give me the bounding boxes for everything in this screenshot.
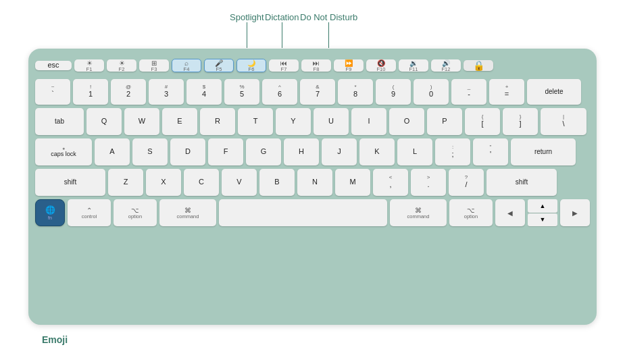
shift-row: shift Z X C V B N M < , > . ? / shift	[35, 169, 590, 196]
dnd-label-group: Do Not Disturb	[300, 12, 357, 48]
key-equals[interactable]: + =	[489, 79, 524, 105]
key-arrow-up[interactable]: ▲	[528, 199, 557, 213]
key-comma[interactable]: < ,	[373, 169, 408, 196]
key-option-left[interactable]: ⌥ option	[114, 199, 157, 226]
key-l[interactable]: L	[397, 138, 432, 165]
dnd-line	[328, 22, 329, 48]
key-f5[interactable]: 🎤 F5	[204, 59, 234, 73]
key-f9[interactable]: ⏩ F9	[334, 59, 364, 72]
key-rbracket[interactable]: } ]	[503, 108, 538, 135]
key-shift-right[interactable]: shift	[486, 169, 557, 196]
key-t[interactable]: T	[238, 108, 273, 135]
key-fn[interactable]: 🌐 fn	[35, 199, 65, 226]
key-touchid[interactable]: 🔒	[464, 60, 493, 71]
key-n[interactable]: N	[297, 169, 332, 196]
key-5[interactable]: % 5	[224, 79, 259, 105]
key-space[interactable]	[219, 199, 387, 226]
key-x[interactable]: X	[146, 169, 181, 196]
dictation-label-group: Dictation	[265, 12, 299, 48]
bottom-row: 🌐 fn ⌃ control ⌥ option ⌘ command ⌘ comm…	[35, 199, 590, 226]
key-7[interactable]: & 7	[300, 79, 335, 105]
key-o[interactable]: O	[389, 108, 424, 135]
key-f2[interactable]: ☀ F2	[107, 59, 136, 72]
key-f10[interactable]: 🔇 F10	[366, 59, 396, 72]
key-c[interactable]: C	[184, 169, 219, 196]
key-arrow-left[interactable]: ◀	[495, 199, 525, 226]
key-w[interactable]: W	[124, 108, 159, 135]
key-k[interactable]: K	[359, 138, 395, 165]
key-j[interactable]: J	[322, 138, 357, 165]
key-p[interactable]: P	[427, 108, 462, 135]
key-i[interactable]: I	[351, 108, 386, 135]
key-r[interactable]: R	[200, 108, 235, 135]
key-g[interactable]: G	[246, 138, 281, 165]
key-f4[interactable]: ⌕ F4	[172, 59, 201, 73]
key-delete[interactable]: delete	[527, 79, 581, 105]
key-backslash[interactable]: | \	[541, 108, 586, 135]
key-h[interactable]: H	[284, 138, 319, 165]
key-f7[interactable]: ⏮ F7	[269, 59, 299, 72]
key-shift-left[interactable]: shift	[35, 169, 105, 196]
dnd-label: Do Not Disturb	[300, 12, 357, 22]
key-esc[interactable]: esc	[35, 61, 72, 70]
home-row: ● caps lock A S D F G H J K L : ; " ' re…	[35, 138, 590, 165]
key-arrow-down[interactable]: ▼	[528, 213, 557, 227]
key-lbracket[interactable]: { [	[465, 108, 500, 135]
key-f8[interactable]: ⏭ F8	[301, 59, 331, 72]
key-2[interactable]: @ 2	[111, 79, 146, 105]
key-e[interactable]: E	[162, 108, 197, 135]
key-command-right[interactable]: ⌘ command	[390, 199, 447, 226]
key-9[interactable]: ( 9	[376, 79, 411, 105]
key-capslock[interactable]: ● caps lock	[35, 138, 92, 165]
dictation-line	[282, 22, 282, 48]
key-control[interactable]: ⌃ control	[68, 199, 111, 226]
key-m[interactable]: M	[335, 169, 370, 196]
key-semicolon[interactable]: : ;	[435, 138, 470, 165]
page-container: Spotlight Dictation Do Not Disturb esc ☀…	[0, 0, 625, 364]
key-return[interactable]: return	[511, 138, 576, 165]
dictation-label: Dictation	[265, 12, 299, 22]
key-f12[interactable]: 🔊 F12	[431, 59, 461, 72]
key-minus[interactable]: _ -	[451, 79, 486, 105]
fn-row: esc ☀ F1 ☀ F2 ⊞ F3 ⌕ F4 🎤 F5	[35, 55, 590, 76]
key-v[interactable]: V	[222, 169, 257, 196]
spotlight-label-group: Spotlight	[230, 12, 264, 48]
key-backtick[interactable]: ~ `	[35, 79, 70, 105]
key-f3[interactable]: ⊞ F3	[139, 59, 169, 72]
key-slash[interactable]: ? /	[449, 169, 484, 196]
key-u[interactable]: U	[314, 108, 349, 135]
emoji-label: Emoji	[42, 334, 68, 345]
key-f6[interactable]: 🌙 F6	[236, 59, 266, 73]
key-arrow-right[interactable]: ▶	[560, 199, 590, 226]
key-1[interactable]: ! 1	[73, 79, 108, 105]
key-f11[interactable]: 🔉 F11	[399, 59, 428, 72]
spotlight-line	[247, 22, 247, 48]
key-4[interactable]: $ 4	[186, 79, 222, 105]
key-0[interactable]: ) 0	[414, 79, 449, 105]
key-a[interactable]: A	[95, 138, 130, 165]
key-command-left[interactable]: ⌘ command	[159, 199, 216, 226]
num-row: ~ ` ! 1 @ 2 # 3 $ 4 % 5	[35, 79, 590, 105]
key-arrow-updown: ▲ ▼	[528, 199, 557, 226]
key-s[interactable]: S	[132, 138, 168, 165]
keyboard: esc ☀ F1 ☀ F2 ⊞ F3 ⌕ F4 🎤 F5	[28, 49, 597, 325]
key-tab[interactable]: tab	[35, 108, 84, 135]
key-z[interactable]: Z	[108, 169, 143, 196]
spotlight-label: Spotlight	[230, 12, 264, 22]
key-3[interactable]: # 3	[149, 79, 184, 105]
key-q[interactable]: Q	[86, 108, 122, 135]
key-f[interactable]: F	[208, 138, 243, 165]
key-period[interactable]: > .	[411, 169, 446, 196]
key-d[interactable]: D	[170, 138, 205, 165]
key-f1[interactable]: ☀ F1	[74, 59, 104, 72]
qwerty-row: tab Q W E R T Y U I O P { [ } ] | \	[35, 108, 590, 135]
key-b[interactable]: B	[259, 169, 295, 196]
key-option-right[interactable]: ⌥ option	[449, 199, 493, 226]
key-y[interactable]: Y	[276, 108, 311, 135]
key-quote[interactable]: " '	[473, 138, 508, 165]
key-8[interactable]: * 8	[338, 79, 373, 105]
key-6[interactable]: ^ 6	[262, 79, 297, 105]
